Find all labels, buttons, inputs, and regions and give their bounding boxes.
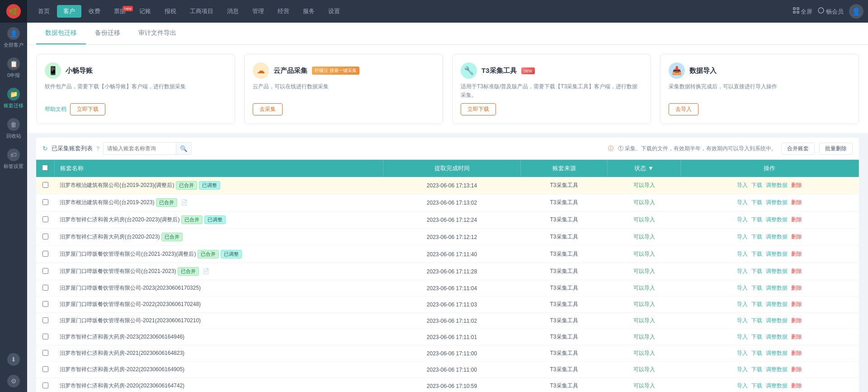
download-btn[interactable]: 立即下载: [70, 103, 105, 115]
nav-invoice[interactable]: 票据 new: [108, 5, 132, 18]
row-action-下载[interactable]: 下载: [751, 251, 762, 257]
row-action-下载[interactable]: 下载: [751, 366, 762, 373]
row-action-删除[interactable]: 删除: [791, 251, 802, 257]
select-all-checkbox[interactable]: [42, 165, 48, 171]
row-action-删除[interactable]: 删除: [791, 317, 802, 324]
row-checkbox[interactable]: [42, 366, 48, 372]
file-icon[interactable]: 📄: [201, 268, 209, 274]
row-action-调整数据[interactable]: 调整数据: [766, 199, 788, 206]
row-action-下载[interactable]: 下载: [751, 216, 762, 223]
refresh-icon[interactable]: ↻: [42, 145, 48, 152]
row-action-导入[interactable]: 导入: [737, 350, 748, 356]
file-icon[interactable]: 📄: [179, 199, 187, 206]
nav-bookkeeping[interactable]: 记账: [133, 5, 157, 18]
row-action-下载[interactable]: 下载: [751, 234, 762, 240]
row-action-下载[interactable]: 下载: [751, 350, 762, 356]
row-action-删除[interactable]: 删除: [791, 182, 802, 188]
row-checkbox[interactable]: [42, 268, 48, 274]
row-action-删除[interactable]: 删除: [791, 334, 802, 340]
nav-payment[interactable]: 收费: [82, 5, 107, 18]
sidebar-item-recycle[interactable]: 🗑 回收站: [0, 114, 27, 144]
member-btn[interactable]: 畅会员: [818, 7, 844, 16]
row-action-调整数据[interactable]: 调整数据: [766, 285, 788, 291]
batch-delete-btn[interactable]: 批量删除: [819, 143, 853, 155]
search-input[interactable]: [104, 145, 176, 152]
row-action-删除[interactable]: 删除: [791, 382, 802, 389]
row-action-导入[interactable]: 导入: [737, 366, 748, 373]
row-action-下载[interactable]: 下载: [751, 268, 762, 274]
row-action-下载[interactable]: 下载: [751, 182, 762, 188]
merge-btn[interactable]: 合并账套: [781, 143, 815, 155]
row-action-导入[interactable]: 导入: [737, 268, 748, 274]
row-action-调整数据[interactable]: 调整数据: [766, 234, 788, 240]
row-checkbox[interactable]: [42, 350, 48, 356]
row-action-调整数据[interactable]: 调整数据: [766, 334, 788, 340]
sidebar-item-zero-report[interactable]: 📋 0申报: [0, 53, 27, 83]
row-action-调整数据[interactable]: 调整数据: [766, 317, 788, 324]
row-action-下载[interactable]: 下载: [751, 334, 762, 340]
row-checkbox[interactable]: [42, 334, 48, 339]
row-action-导入[interactable]: 导入: [737, 251, 748, 257]
col-checkbox[interactable]: [36, 160, 54, 177]
row-action-调整数据[interactable]: 调整数据: [766, 251, 788, 257]
row-action-调整数据[interactable]: 调整数据: [766, 268, 788, 274]
help-doc-link[interactable]: 帮助文档: [45, 105, 66, 113]
nav-management[interactable]: 管理: [246, 5, 270, 18]
row-action-导入[interactable]: 导入: [737, 317, 748, 324]
row-action-调整数据[interactable]: 调整数据: [766, 350, 788, 356]
row-action-下载[interactable]: 下载: [751, 301, 762, 307]
fullscreen-btn[interactable]: 全屏: [793, 7, 813, 16]
import-btn[interactable]: 去导入: [669, 103, 698, 115]
row-checkbox[interactable]: [42, 382, 48, 388]
row-checkbox[interactable]: [42, 182, 48, 188]
nav-operation[interactable]: 经营: [271, 5, 296, 18]
row-action-调整数据[interactable]: 调整数据: [766, 182, 788, 188]
row-action-下载[interactable]: 下载: [751, 382, 762, 389]
row-checkbox[interactable]: [42, 199, 48, 205]
row-action-导入[interactable]: 导入: [737, 334, 748, 340]
row-action-调整数据[interactable]: 调整数据: [766, 382, 788, 389]
row-action-删除[interactable]: 删除: [791, 199, 802, 206]
nav-client[interactable]: 客户: [57, 5, 81, 18]
row-action-删除[interactable]: 删除: [791, 234, 802, 240]
sidebar-item-account-migrate[interactable]: 📁 账套迁移: [0, 83, 27, 114]
sidebar-item-label-settings[interactable]: 🏷 标签设置: [0, 144, 27, 174]
avatar[interactable]: 👤: [849, 4, 863, 19]
help-icon[interactable]: ?: [96, 145, 99, 152]
row-action-导入[interactable]: 导入: [737, 382, 748, 389]
row-action-删除[interactable]: 删除: [791, 366, 802, 373]
row-action-下载[interactable]: 下载: [751, 317, 762, 324]
search-button[interactable]: 🔍: [176, 142, 191, 155]
row-checkbox[interactable]: [42, 301, 48, 307]
sidebar-item-all-clients[interactable]: 👤 全部客户: [0, 23, 27, 53]
row-checkbox[interactable]: [42, 285, 48, 291]
tab-audit-export[interactable]: 审计文件导出: [129, 23, 185, 44]
row-action-下载[interactable]: 下载: [751, 285, 762, 291]
t3-download-btn[interactable]: 立即下载: [461, 103, 496, 115]
row-action-导入[interactable]: 导入: [737, 301, 748, 307]
nav-home[interactable]: 首页: [32, 5, 56, 18]
row-action-调整数据[interactable]: 调整数据: [766, 301, 788, 307]
sidebar-item-user[interactable]: ⚙: [0, 370, 27, 392]
nav-tax[interactable]: 报税: [158, 5, 183, 18]
row-action-调整数据[interactable]: 调整数据: [766, 216, 788, 223]
collect-btn[interactable]: 去采集: [253, 103, 283, 115]
row-action-下载[interactable]: 下载: [751, 199, 762, 206]
sidebar-item-download[interactable]: ⬇: [0, 349, 27, 370]
row-action-导入[interactable]: 导入: [737, 234, 748, 240]
tab-backup-migrate[interactable]: 备份迁移: [86, 23, 129, 44]
row-action-删除[interactable]: 删除: [791, 301, 802, 307]
nav-settings[interactable]: 设置: [322, 5, 346, 18]
nav-service[interactable]: 服务: [297, 5, 321, 18]
row-action-删除[interactable]: 删除: [791, 216, 802, 223]
nav-message[interactable]: 消息: [221, 5, 245, 18]
row-checkbox[interactable]: [42, 216, 48, 222]
row-action-导入[interactable]: 导入: [737, 285, 748, 291]
row-checkbox[interactable]: [42, 234, 48, 239]
row-action-导入[interactable]: 导入: [737, 199, 748, 206]
row-action-调整数据[interactable]: 调整数据: [766, 366, 788, 373]
row-action-导入[interactable]: 导入: [737, 182, 748, 188]
row-action-删除[interactable]: 删除: [791, 268, 802, 274]
row-action-删除[interactable]: 删除: [791, 350, 802, 356]
nav-business[interactable]: 工商项目: [184, 5, 220, 18]
